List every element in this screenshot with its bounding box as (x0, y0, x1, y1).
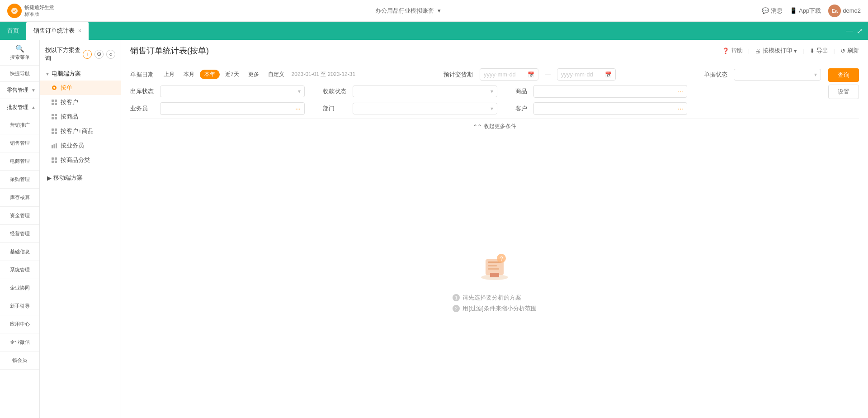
payment-select[interactable]: ▾ (353, 86, 497, 97)
sidebar-item-shortcut[interactable]: 快捷导航 (0, 66, 39, 82)
scheme-settings-btn[interactable]: ⚙ (94, 50, 104, 59)
expected-date-end[interactable]: yyyy-mm-dd 📅 (557, 68, 616, 81)
sidebar-item-member[interactable]: 畅会员 (0, 352, 39, 370)
sidebar-item-wholesale[interactable]: 批发管理 ▲ (0, 99, 39, 116)
logo: 畅捷通好生意 标准版 (7, 4, 54, 18)
svg-rect-18 (55, 161, 57, 163)
scheme-item-by-goods[interactable]: 按商品 (40, 109, 121, 124)
calendar-icon-2: 📅 (605, 71, 612, 78)
user-menu[interactable]: Ea demo2 (828, 5, 861, 17)
scheme-panel-header: 按以下方案查询 + ⚙ « (40, 43, 121, 65)
refresh-button[interactable]: ↺ 刷新 (840, 47, 859, 55)
svg-rect-23 (488, 268, 499, 270)
scheme-item-by-customer-goods[interactable]: 按客户+商品 (40, 124, 121, 138)
customer-ellipsis[interactable]: ··· (678, 105, 683, 112)
svg-text:?: ? (500, 256, 503, 262)
help-button[interactable]: ❓ 帮助 (722, 47, 743, 55)
sidebar-item-sales[interactable]: 销售管理 (0, 134, 39, 152)
export-button[interactable]: ⬇ 导出 (810, 47, 828, 55)
department-select[interactable]: ▾ (353, 103, 497, 114)
date-btn-more[interactable]: 更多 (245, 69, 263, 80)
sidebar-item-search[interactable]: 🔍 搜索菜单 (0, 40, 39, 66)
scheme-active-icon (51, 84, 58, 91)
scheme-item-by-category[interactable]: 按商品分类 (40, 153, 121, 167)
scheme-grid-icon (51, 99, 58, 106)
salesperson-ellipsis[interactable]: ··· (295, 105, 301, 112)
delivery-select[interactable]: ▾ (160, 86, 305, 97)
date-btn-7days[interactable]: 近7天 (222, 69, 243, 80)
expected-date-label: 预计交货期 (443, 71, 475, 79)
help-icon: ❓ (722, 48, 729, 54)
tab-sales-order-stats[interactable]: 销售订单统计表 × (26, 22, 89, 40)
sidebar-item-guide[interactable]: 新手引导 (0, 297, 39, 315)
goods-ellipsis[interactable]: ··· (678, 88, 683, 95)
date-btn-this-month[interactable]: 本月 (180, 69, 198, 80)
expected-date-start[interactable]: yyyy-mm-dd 📅 (480, 68, 538, 81)
goods-label: 商品 (515, 87, 529, 95)
hint-num-2: 2 (453, 305, 460, 312)
sidebar: 🔍 搜索菜单 快捷导航 零售管理 ▼ 批发管理 ▲ 营销推广 销售管理 电商管理… (0, 40, 40, 418)
sidebar-item-basic[interactable]: 基础信息 (0, 243, 39, 261)
message-button[interactable]: 💬 消息 (762, 7, 783, 15)
print-button[interactable]: 🖨 按模板打印 ▾ (755, 47, 797, 55)
company-dropdown-label[interactable]: 办公用品行业模拟账套 (375, 7, 434, 15)
scheme-collapse-btn[interactable]: « (106, 50, 115, 59)
tab-close-icon[interactable]: × (78, 28, 81, 34)
query-button[interactable]: 查询 (828, 68, 859, 82)
mobile-scheme-header[interactable]: ▶ 移动端方案 (40, 171, 121, 185)
sidebar-item-system[interactable]: 系统管理 (0, 261, 39, 279)
svg-rect-26 (490, 273, 499, 277)
sidebar-item-ecommerce[interactable]: 电商管理 (0, 152, 39, 171)
salesperson-input[interactable]: ··· (160, 102, 305, 115)
app-download-button[interactable]: 📱 App下载 (790, 7, 821, 15)
scheme-item-by-salesperson[interactable]: 按业务员 (40, 138, 121, 153)
tab-maximize-btn[interactable]: ⤢ (857, 27, 863, 35)
tab-minimize-btn[interactable]: — (846, 27, 853, 35)
refresh-icon: ↺ (840, 48, 845, 54)
payment-arrow: ▾ (491, 88, 493, 95)
scheme-item-by-customer[interactable]: 按客户 (40, 95, 121, 109)
pc-section-arrow: ▼ (45, 71, 50, 76)
topbar: 畅捷通好生意 标准版 办公用品行业模拟账套 ▾ 💬 消息 📱 App下载 Ea … (0, 0, 868, 22)
sidebar-wholesale-arrow: ▲ (31, 105, 36, 110)
svg-rect-12 (52, 145, 53, 148)
scheme-item-by-order[interactable]: 按单 (40, 81, 121, 95)
date-range-display: 2023-01-01 至 2023-12-31 (292, 71, 355, 78)
filter-settings-button[interactable]: 设置 (828, 85, 859, 99)
sidebar-item-inventory[interactable]: 库存核算 (0, 189, 39, 207)
date-btn-custom[interactable]: 自定义 (264, 69, 288, 80)
collapse-arrow-icon: ⌃⌃ (473, 124, 482, 130)
sidebar-item-finance[interactable]: 资金管理 (0, 207, 39, 225)
svg-rect-2 (52, 103, 54, 105)
goods-input[interactable]: ··· (533, 85, 687, 98)
sidebar-item-wechat[interactable]: 企业微信 (0, 333, 39, 352)
sidebar-item-retail[interactable]: 零售管理 ▼ (0, 82, 39, 99)
sidebar-item-marketing[interactable]: 营销推广 (0, 116, 39, 134)
tab-home[interactable]: 首页 (0, 22, 26, 40)
sidebar-item-enterprise[interactable]: 企业协同 (0, 279, 39, 297)
svg-rect-16 (55, 157, 57, 160)
logo-text: 畅捷通好生意 标准版 (24, 4, 54, 17)
doc-status-label: 单据状态 (704, 71, 729, 79)
svg-rect-5 (55, 114, 57, 116)
pc-scheme-header[interactable]: ▼ 电脑端方案 (40, 67, 121, 81)
collapse-button[interactable]: ⌃⌃ 收起更多条件 (473, 123, 516, 130)
scheme-bar-icon (51, 142, 58, 149)
date-btn-last-month[interactable]: 上月 (160, 69, 178, 80)
sidebar-item-purchase[interactable]: 采购管理 (0, 171, 39, 189)
sidebar-item-operations[interactable]: 经营管理 (0, 225, 39, 243)
main-layout: 🔍 搜索菜单 快捷导航 零售管理 ▼ 批发管理 ▲ 营销推广 销售管理 电商管理… (0, 40, 868, 418)
company-dropdown-arrow[interactable]: ▾ (438, 7, 441, 14)
doc-status-select[interactable]: ▾ (734, 69, 821, 81)
svg-rect-1 (55, 100, 57, 102)
scheme-panel-title: 按以下方案查询 (45, 46, 83, 62)
mobile-scheme-section: ▶ 移动端方案 (40, 169, 121, 186)
date-buttons: 上月 本月 本年 近7天 更多 自定义 2023-01-01 至 2023-12… (160, 69, 355, 80)
scheme-add-btn[interactable]: + (83, 50, 92, 59)
svg-rect-22 (488, 265, 497, 266)
filter-section: 单据日期 上月 本月 本年 近7天 更多 自定义 2023-01-01 至 20… (121, 60, 868, 138)
date-btn-this-year[interactable]: 本年 (200, 70, 220, 79)
sidebar-item-apps[interactable]: 应用中心 (0, 315, 39, 333)
avatar: Ea (828, 5, 841, 17)
customer-input[interactable]: ··· (533, 102, 687, 115)
